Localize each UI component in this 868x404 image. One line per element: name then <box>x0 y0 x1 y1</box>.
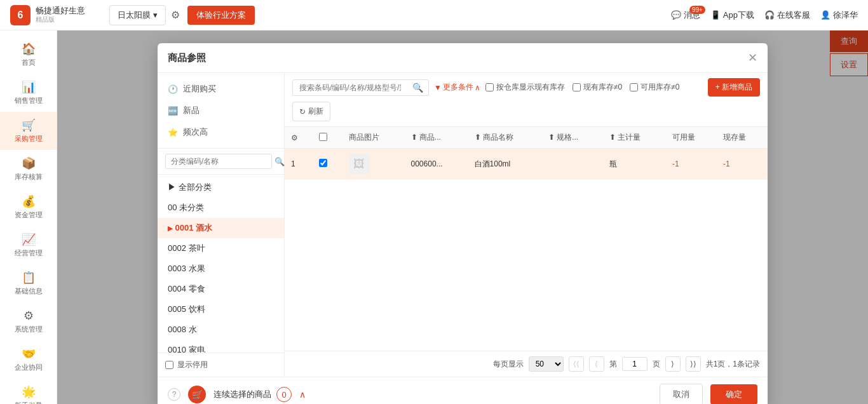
col-settings[interactable]: ⚙ <box>285 127 313 149</box>
nav-icon: 📦 <box>22 156 36 170</box>
page-next-button[interactable]: ⟩ <box>665 356 681 372</box>
category-item-all[interactable]: ▶ 全部分类 <box>158 177 284 198</box>
refresh-button[interactable]: ↻ 刷新 <box>292 102 330 121</box>
page-label2: 页 <box>653 359 660 370</box>
help-icon[interactable]: ? <box>168 388 180 401</box>
table-header-row: ⚙ 商品图片 ⬆ 商品... ⬆ 商品名称 <box>285 127 768 149</box>
dialog-toolbar: 🔍 ▼ 更多条件 ∧ 按仓库显示现有库存 <box>285 73 768 127</box>
collapse-icon[interactable]: ∧ <box>299 389 306 400</box>
check-usable-label[interactable]: 可用库存≠0 <box>630 82 679 93</box>
check-warehouse[interactable] <box>485 83 494 91</box>
chevron-up-icon: ∧ <box>475 83 480 92</box>
product-thumbnail: 🖼 <box>349 154 369 174</box>
row-unit: 瓶 <box>603 149 666 180</box>
nav-icon: ⚙ <box>24 309 34 323</box>
col-check <box>313 127 342 149</box>
category-item-0002[interactable]: 0002 茶叶 <box>158 238 284 259</box>
category-item-00[interactable]: 00 未分类 <box>158 198 284 218</box>
col-spec[interactable]: ⬆ 规格... <box>542 127 603 149</box>
content-area: 商品参照 ✕ 🕐近期购买🆕新品⭐频次高 🔍 <box>57 30 868 404</box>
check-available[interactable] <box>573 83 581 91</box>
dialog-left-panel: 🕐近期购买🆕新品⭐频次高 🔍 ▶ 全部分类00 未分类▶ 0001 酒水0002… <box>158 73 285 377</box>
category-item-0004[interactable]: 0004 零食 <box>158 279 284 299</box>
row-code: 000600... <box>405 149 468 180</box>
category-search-icon[interactable]: 🔍 <box>275 157 285 166</box>
cancel-button[interactable]: 取消 <box>660 384 703 404</box>
page-number-input[interactable] <box>622 357 648 371</box>
row-img: 🖼 <box>342 149 404 180</box>
check-warehouse-label[interactable]: 按仓库显示现有库存 <box>485 82 565 93</box>
trial-button[interactable]: 体验行业方案 <box>187 6 255 25</box>
left-tab-近期购买[interactable]: 🕐近期购买 <box>158 78 284 100</box>
left-nav: 🏠首页📊销售管理🛒采购管理📦库存核算💰资金管理📈经营管理📋基础信息⚙系统管理🤝企… <box>0 30 57 404</box>
row-no: 1 <box>285 149 313 180</box>
add-product-button[interactable]: + 新增商品 <box>708 78 760 97</box>
message-icon: 💬 <box>671 10 681 20</box>
left-nav-item-首页[interactable]: 🏠首页 <box>0 36 57 74</box>
category-item-0003[interactable]: 0003 水果 <box>158 259 284 279</box>
category-search-input[interactable] <box>165 154 272 169</box>
nav-user[interactable]: 👤 徐泽华 <box>820 10 858 21</box>
left-tab-新品[interactable]: 🆕新品 <box>158 100 284 121</box>
left-nav-item-系统管理[interactable]: ⚙系统管理 <box>0 302 57 340</box>
left-nav-item-库存核算[interactable]: 📦库存核算 <box>0 150 57 188</box>
col-name[interactable]: ⬆ 商品名称 <box>468 127 542 149</box>
nav-dropdown[interactable]: 日太阳膜 ▾ <box>109 5 166 25</box>
page-last-button[interactable]: ⟩⟩ <box>686 356 701 372</box>
headset-icon: 🎧 <box>764 10 775 20</box>
expand-arrow: ▶ <box>168 182 176 192</box>
selection-count: 0 <box>276 387 292 402</box>
nav-support[interactable]: 🎧 在线客服 <box>764 10 810 21</box>
check-available-label[interactable]: 现有库存≠0 <box>573 82 622 93</box>
top-nav: 6 畅捷通好生意 精品版 日太阳膜 ▾ ⚙ 体验行业方案 💬 消息 99+ 📱 … <box>0 0 868 30</box>
page-size-select[interactable]: 50 20 100 <box>529 356 564 372</box>
col-unit[interactable]: ⬆ 主计量 <box>603 127 666 149</box>
nav-icon: 📋 <box>22 271 36 285</box>
product-search-input[interactable] <box>293 80 407 95</box>
left-nav-item-经营管理[interactable]: 📈经营管理 <box>0 226 57 264</box>
app-icon: 📱 <box>710 10 721 20</box>
confirm-button[interactable]: 确定 <box>710 384 757 404</box>
nav-app-download[interactable]: 📱 App下载 <box>710 10 754 21</box>
select-all-checkbox[interactable] <box>319 133 327 141</box>
page-first-button[interactable]: ⟨⟨ <box>569 356 584 372</box>
left-tab-频次高[interactable]: ⭐频次高 <box>158 121 284 143</box>
row-check[interactable] <box>313 149 342 180</box>
display-disabled-checkbox[interactable] <box>165 361 173 369</box>
nav-icon: 📊 <box>22 80 36 94</box>
left-nav-item-基础信息[interactable]: 📋基础信息 <box>0 264 57 302</box>
page-prev-button[interactable]: ⟨ <box>589 356 604 372</box>
message-badge: 99+ <box>689 6 705 14</box>
nav-icon: 🏠 <box>22 42 36 56</box>
left-nav-item-企业协同[interactable]: 🤝企业协同 <box>0 340 57 379</box>
product-search-wrap: 🔍 <box>292 79 429 96</box>
check-usable[interactable] <box>630 83 638 91</box>
brand-edition: 精品版 <box>36 15 85 24</box>
nav-message[interactable]: 💬 消息 99+ <box>671 10 700 21</box>
category-item-0005[interactable]: 0005 饮料 <box>158 299 284 320</box>
left-tabs: 🕐近期购买🆕新品⭐频次高 <box>158 73 284 149</box>
category-item-0001[interactable]: ▶ 0001 酒水 <box>158 218 284 238</box>
brand-name: 畅捷通好生意 <box>36 6 85 16</box>
left-nav-item-采购管理[interactable]: 🛒采购管理 <box>0 112 57 150</box>
total-text: 共1页，1条记录 <box>706 359 760 370</box>
dialog-title: 商品参照 <box>168 52 206 64</box>
category-item-0008[interactable]: 0008 水 <box>158 320 284 340</box>
col-code[interactable]: ⬆ 商品... <box>405 127 468 149</box>
filter-button[interactable]: ▼ 更多条件 ∧ <box>434 82 480 93</box>
category-search-bar: 🔍 <box>158 149 284 175</box>
product-search-button[interactable]: 🔍 <box>407 80 428 95</box>
tab-icon: 🕐 <box>168 84 178 94</box>
dialog-close-button[interactable]: ✕ <box>748 51 757 65</box>
continuous-select-label: 连续选择的商品 0 <box>214 387 292 402</box>
left-nav-item-销售管理[interactable]: 📊销售管理 <box>0 74 57 112</box>
tab-icon: ⭐ <box>168 128 178 137</box>
left-nav-item-新手引导[interactable]: 🌟新手引导 <box>0 379 57 404</box>
table-row[interactable]: 1 🖼 000600... 白酒100ml 瓶 -1 -1 <box>285 149 768 180</box>
left-nav-item-资金管理[interactable]: 💰资金管理 <box>0 188 57 226</box>
cart-button[interactable]: 🛒 <box>188 386 206 403</box>
main-layout: 🏠首页📊销售管理🛒采购管理📦库存核算💰资金管理📈经营管理📋基础信息⚙系统管理🤝企… <box>0 30 868 404</box>
dialog-body: 🕐近期购买🆕新品⭐频次高 🔍 ▶ 全部分类00 未分类▶ 0001 酒水0002… <box>158 73 768 377</box>
gear-icon[interactable]: ⚙ <box>171 9 180 21</box>
category-item-0010[interactable]: 0010 家电 <box>158 340 284 353</box>
